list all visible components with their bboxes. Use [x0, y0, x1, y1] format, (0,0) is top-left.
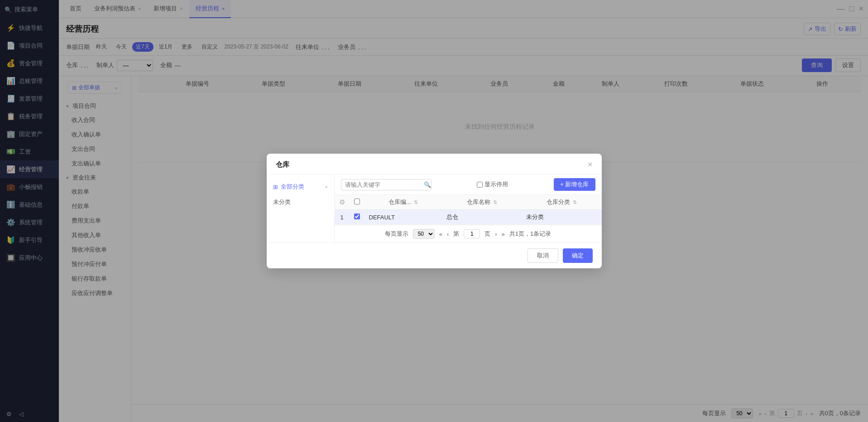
row-category: 未分类	[522, 210, 601, 225]
dialog-page-label: 第	[453, 230, 459, 238]
collapse-sidebar-icon[interactable]: «	[325, 184, 328, 189]
dialog-page-size-select[interactable]: 50	[413, 229, 435, 239]
th-code-label: 仓库编...	[388, 199, 411, 205]
th-code: 仓库编... ⇅	[364, 195, 442, 210]
sort-code-icon[interactable]: ⇅	[414, 199, 418, 205]
sort-name-icon[interactable]: ⇅	[493, 199, 497, 205]
dialog-sidebar-unclassified[interactable]: 未分类	[267, 194, 334, 210]
dialog-body: ⊞ 全部分类 « 未分类 🔍 显示停用	[267, 175, 602, 243]
dialog-table-row[interactable]: 1 DEFAULT 总仓 未分类	[335, 210, 602, 225]
sort-category-icon[interactable]: ⇅	[573, 199, 577, 205]
th-name-label: 仓库名称	[467, 199, 490, 205]
row-check[interactable]	[350, 210, 364, 225]
add-warehouse-button[interactable]: + 新增仓库	[554, 178, 595, 191]
add-warehouse-label: + 新增仓库	[560, 180, 589, 189]
table-settings-icon[interactable]: ⚙	[339, 198, 345, 206]
select-all-checkbox[interactable]	[354, 199, 360, 204]
show-disabled-checkbox[interactable]	[477, 182, 483, 188]
dialog-header: 仓库 ×	[267, 154, 602, 175]
dialog-title: 仓库	[276, 160, 289, 169]
dialog-footer: 每页显示 50 « ‹ 第 页 › » 共1页，1条记录	[335, 225, 602, 243]
dialog-actions: 取消 确定	[267, 243, 602, 268]
dialog-search-icon: 🔍	[424, 181, 431, 188]
warehouse-dialog: 仓库 × ⊞ 全部分类 « 未分类 🔍	[267, 154, 602, 268]
dialog-close-button[interactable]: ×	[588, 160, 593, 170]
row-checkbox[interactable]	[354, 213, 360, 219]
dialog-search-input[interactable]	[345, 181, 421, 188]
dialog-overlay[interactable]: 仓库 × ⊞ 全部分类 « 未分类 🔍	[0, 0, 868, 422]
dialog-main: 🔍 显示停用 + 新增仓库	[335, 175, 602, 243]
dialog-page-input[interactable]	[464, 229, 480, 238]
dialog-sidebar-all[interactable]: ⊞ 全部分类 «	[267, 179, 334, 194]
dialog-per-page-label: 每页显示	[385, 230, 408, 238]
dialog-table: ⚙ 仓库编... ⇅ 仓库名称	[335, 195, 602, 225]
th-name: 仓库名称 ⇅	[442, 195, 522, 210]
row-name: 总仓	[442, 210, 522, 225]
dialog-total-text: 共1页，1条记录	[509, 230, 551, 238]
row-num: 1	[335, 210, 350, 225]
th-category-label: 仓库分类	[547, 199, 570, 205]
dialog-page-suffix: 页	[484, 230, 490, 238]
dialog-table-container: ⚙ 仓库编... ⇅ 仓库名称	[335, 195, 602, 225]
th-check	[350, 195, 364, 210]
show-disabled-label[interactable]: 显示停用	[477, 180, 508, 189]
dialog-first-btn[interactable]: «	[439, 231, 442, 238]
dialog-next-btn[interactable]: ›	[495, 231, 497, 238]
cancel-button[interactable]: 取消	[528, 248, 558, 263]
grid-icon-dialog: ⊞	[273, 184, 278, 190]
dialog-toolbar: 🔍 显示停用 + 新增仓库	[335, 175, 602, 195]
th-category: 仓库分类 ⇅	[522, 195, 601, 210]
dialog-prev-btn[interactable]: ‹	[447, 231, 449, 238]
dialog-last-btn[interactable]: »	[502, 231, 505, 238]
th-settings: ⚙	[335, 195, 350, 210]
confirm-button[interactable]: 确定	[563, 248, 593, 263]
show-disabled-text: 显示停用	[484, 180, 508, 189]
sidebar-all-label: 全部分类	[281, 183, 304, 191]
row-code: DEFAULT	[364, 210, 442, 225]
dialog-sidebar: ⊞ 全部分类 « 未分类	[267, 175, 335, 243]
sidebar-unclassified-label: 未分类	[273, 198, 291, 206]
dialog-search-box: 🔍	[341, 179, 432, 190]
